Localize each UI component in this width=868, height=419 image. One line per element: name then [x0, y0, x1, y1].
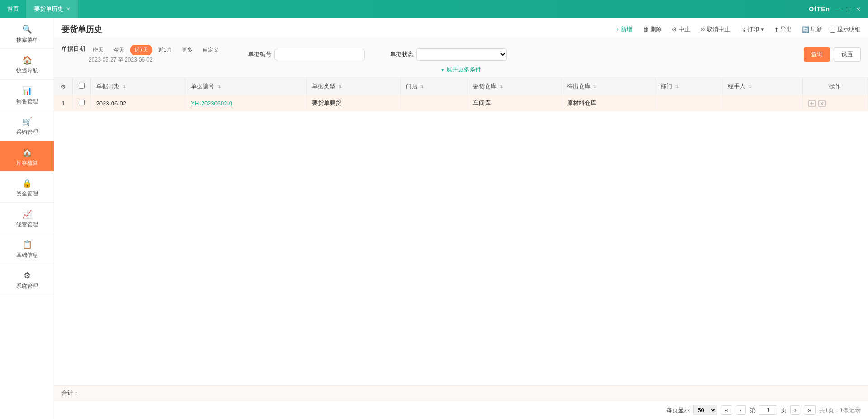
sort-date-icon: ⇅ [122, 84, 126, 89]
prev-page-btn[interactable]: ‹ [736, 405, 746, 415]
th-handler[interactable]: 经手人 ⇅ [722, 78, 802, 95]
date-range-display: 2023-05-27 至 2023-06-02 [89, 56, 223, 64]
delete-action-btn[interactable] [818, 99, 826, 107]
status-label: 单据状态 [390, 50, 414, 58]
sidebar-item-search-menu-label: 搜索菜单 [16, 36, 38, 44]
tab-history[interactable]: 要货单历史 ✕ [27, 0, 78, 18]
filter-bar: 单据日期 昨天 今天 近7天 近1月 更多 自定义 2023-05-27 至 2… [54, 39, 868, 78]
brand-label: OfTEn [809, 5, 830, 13]
next-page-btn[interactable]: › [790, 405, 800, 415]
sort-number-icon: ⇅ [217, 84, 221, 89]
tab-home[interactable]: 首页 [0, 0, 27, 18]
date-btn-more[interactable]: 更多 [178, 45, 197, 55]
th-date[interactable]: 单据日期 ⇅ [90, 78, 185, 95]
th-req-warehouse[interactable]: 要货仓库 ⇅ [467, 78, 561, 95]
table-row: 1 2023-06-02 YH-20230602-0 要货单要货 车间库 原材料… [54, 95, 868, 111]
date-filter-group: 单据日期 昨天 今天 近7天 近1月 更多 自定义 2023-05-27 至 2… [61, 45, 223, 64]
row-checkbox[interactable] [79, 100, 85, 105]
cancel-stop-button[interactable]: ⊗ 取消中止 [698, 24, 733, 35]
date-filter-label: 单据日期 [61, 45, 85, 53]
date-btn-today[interactable]: 今天 [109, 45, 128, 55]
sidebar-item-operations[interactable]: 📈 经营管理 [0, 203, 54, 233]
page-suffix: 页 [781, 406, 787, 414]
print-button[interactable]: 🖨 🖨 打印 打印 ▾ [737, 24, 767, 35]
doc-number-input[interactable] [274, 49, 365, 60]
status-select[interactable] [416, 48, 507, 61]
sidebar-item-inventory[interactable]: 🏠 库存核算 [0, 141, 54, 172]
doc-number-filter: 单据编号 [248, 49, 365, 60]
stop-button[interactable]: ⊗ 中止 [669, 24, 693, 35]
window-max-btn[interactable]: □ [847, 6, 850, 13]
sidebar-item-search-menu[interactable]: 🔍 搜索菜单 [0, 18, 54, 49]
row-date: 2023-06-02 [90, 95, 185, 111]
sidebar-item-quick-nav[interactable]: 🏠 快捷导航 [0, 49, 54, 80]
total-info: 共1页，1条记录 [819, 406, 861, 414]
sidebar-item-finance[interactable]: 🔒 资金管理 [0, 172, 54, 203]
display-toggle-checkbox[interactable] [830, 27, 835, 33]
th-checkbox[interactable] [72, 78, 90, 95]
last-page-btn[interactable]: » [804, 405, 815, 415]
sidebar-item-system[interactable]: ⚙ 系统管理 [0, 264, 54, 295]
th-store[interactable]: 门店 ⇅ [400, 78, 467, 95]
add-button[interactable]: + 新增 [613, 24, 635, 35]
date-options-group: 昨天 今天 近7天 近1月 更多 自定义 2023-05-27 至 2023-0… [89, 45, 223, 64]
row-req-warehouse: 车间库 [467, 95, 561, 111]
display-toggle[interactable]: 显示明细 [830, 25, 861, 33]
expand-more-label: 展开更多条件 [446, 66, 481, 74]
sidebar-item-operations-label: 经营管理 [16, 221, 38, 229]
sidebar-item-system-label: 系统管理 [16, 282, 38, 290]
finance-icon: 🔒 [22, 178, 32, 188]
row-checkbox-cell[interactable] [72, 95, 90, 111]
sidebar-item-purchase[interactable]: 🛒 采购管理 [0, 110, 54, 141]
date-btn-7days[interactable]: 近7天 [130, 45, 152, 55]
row-action-cell [802, 95, 868, 111]
th-type[interactable]: 单据类型 ⇅ [307, 78, 401, 95]
window-min-btn[interactable]: — [835, 6, 841, 13]
first-page-btn[interactable]: « [721, 405, 732, 415]
th-department[interactable]: 部门 ⇅ [655, 78, 722, 95]
sidebar: 🔍 搜索菜单 🏠 快捷导航 📊 销售管理 🛒 采购管理 🏠 库存核算 🔒 资金管… [0, 18, 54, 419]
sales-icon: 📊 [22, 86, 32, 96]
sort-pending-warehouse-icon: ⇅ [593, 84, 596, 89]
row-number-link[interactable]: YH-20230602-0 [191, 100, 232, 107]
toolbar: + 新增 🗑 删除 ⊗ 中止 ⊗ 取消中止 🖨 🖨 打印 打印 ▾ ⬆ 导出 🔄… [613, 24, 861, 35]
quick-nav-icon: 🏠 [22, 55, 32, 65]
sort-store-icon: ⇅ [420, 84, 424, 89]
export-button[interactable]: ⬆ 导出 [771, 24, 795, 35]
window-close-btn[interactable]: ✕ [856, 6, 861, 13]
refresh-icon: 🔄 [802, 26, 809, 33]
page-title: 要货单历史 [61, 24, 613, 35]
row-department [655, 95, 722, 111]
tab-list: 首页 要货单历史 ✕ [0, 0, 78, 18]
date-btn-yesterday[interactable]: 昨天 [89, 45, 108, 55]
basic-info-icon: 📋 [22, 240, 32, 250]
th-number[interactable]: 单据编号 ⇅ [185, 78, 307, 95]
sidebar-item-purchase-label: 采购管理 [16, 129, 38, 136]
th-settings[interactable]: ⚙ [54, 78, 72, 95]
doc-number-label: 单据编号 [248, 50, 272, 58]
sidebar-item-basic-info[interactable]: 📋 基础信息 [0, 233, 54, 264]
query-button[interactable]: 查询 [804, 47, 830, 62]
sort-handler-icon: ⇅ [748, 84, 751, 89]
refresh-button[interactable]: 🔄 刷新 [799, 24, 825, 35]
row-number[interactable]: YH-20230602-0 [185, 95, 307, 111]
edit-action-btn[interactable] [808, 99, 816, 107]
th-pending-warehouse[interactable]: 待出仓库 ⇅ [561, 78, 655, 95]
table-container: ⚙ 单据日期 ⇅ 单据编号 ⇅ [54, 78, 868, 385]
sidebar-item-sales[interactable]: 📊 销售管理 [0, 80, 54, 110]
table-header-row: ⚙ 单据日期 ⇅ 单据编号 ⇅ [54, 78, 868, 95]
page-input[interactable] [759, 405, 777, 415]
top-bar: 首页 要货单历史 ✕ OfTEn — □ ✕ [0, 0, 868, 18]
date-btn-1month[interactable]: 近1月 [154, 45, 176, 55]
action-buttons [808, 99, 863, 107]
tab-history-close[interactable]: ✕ [66, 6, 71, 12]
delete-button[interactable]: 🗑 删除 [640, 24, 665, 35]
date-btn-custom[interactable]: 自定义 [198, 45, 223, 55]
page-header: 要货单历史 + 新增 🗑 删除 ⊗ 中止 ⊗ 取消中止 🖨 🖨 打印 打印 ▾ … [54, 18, 868, 39]
settings-button[interactable]: 设置 [834, 47, 861, 62]
expand-more-btn[interactable]: ▾ 展开更多条件 [61, 66, 861, 74]
page-prefix: 第 [750, 406, 755, 414]
row-type: 要货单要货 [307, 95, 401, 111]
per-page-select[interactable]: 50 20 100 [693, 405, 717, 415]
select-all-checkbox[interactable] [79, 83, 85, 89]
